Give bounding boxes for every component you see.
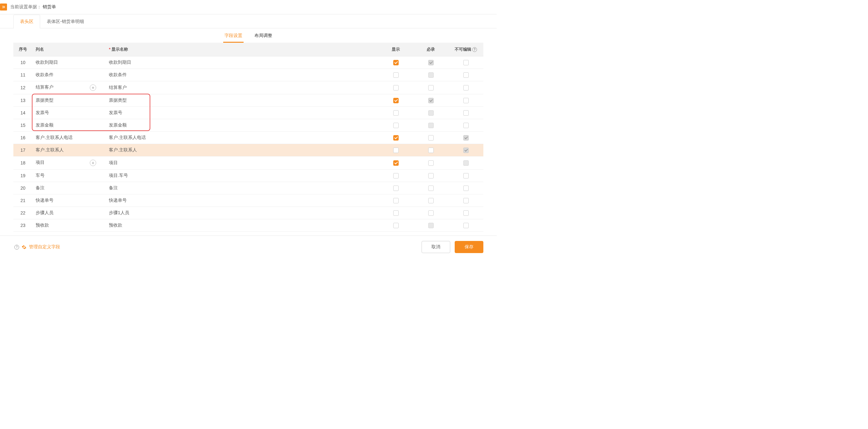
cell-required xyxy=(413,207,448,219)
readonly-checkbox[interactable] xyxy=(463,98,469,103)
cell-required xyxy=(413,107,448,119)
cell-display-name[interactable]: 预收款 xyxy=(106,219,378,232)
cell-show xyxy=(378,132,413,144)
table-row: 12结算客户+结算客户 xyxy=(13,81,483,94)
cell-seq: 19 xyxy=(13,170,32,182)
main-tabs: 表头区 表体区-销货单明细 xyxy=(0,15,497,28)
col-name: 列名 xyxy=(32,43,106,56)
cell-display-name[interactable]: 步骤1人员 xyxy=(106,207,378,219)
cell-required xyxy=(413,182,448,194)
table-row: 19车号项目.车号 xyxy=(13,170,483,182)
manage-custom-fields-link[interactable]: 管理自定义字段 xyxy=(29,244,60,250)
show-checkbox[interactable] xyxy=(393,185,399,191)
table-row: 15发票金额发票金额 xyxy=(13,119,483,132)
table-row: 13票据类型票据类型 xyxy=(13,94,483,107)
show-checkbox[interactable] xyxy=(393,198,399,203)
field-name-text: 项目 xyxy=(36,160,44,165)
add-subfield-button[interactable]: + xyxy=(90,84,96,91)
required-checkbox[interactable] xyxy=(428,160,434,166)
cell-display-name[interactable]: 备注 xyxy=(106,182,378,194)
required-checkbox[interactable] xyxy=(428,198,434,203)
cell-display-name[interactable]: 快递单号 xyxy=(106,194,378,207)
show-checkbox[interactable] xyxy=(393,148,399,153)
show-checkbox[interactable] xyxy=(393,60,399,65)
cell-required xyxy=(413,156,448,170)
cell-display-name[interactable]: 结算客户 xyxy=(106,81,378,94)
table-row: 11收款条件收款条件 xyxy=(13,69,483,81)
show-checkbox[interactable] xyxy=(393,210,399,216)
show-checkbox[interactable] xyxy=(393,123,399,128)
cell-display-name[interactable]: 项目.车号 xyxy=(106,170,378,182)
readonly-checkbox[interactable] xyxy=(463,173,469,178)
cell-show xyxy=(378,194,413,207)
readonly-checkbox[interactable] xyxy=(463,60,469,65)
required-checkbox[interactable] xyxy=(428,135,434,141)
help-icon[interactable]: ? xyxy=(14,245,19,250)
cell-seq: 23 xyxy=(13,219,32,232)
field-name-text: 备注 xyxy=(36,185,44,190)
show-checkbox[interactable] xyxy=(393,98,399,103)
cell-display-name[interactable]: 客户.主联系人电话 xyxy=(106,132,378,144)
field-name-text: 客户.主联系人 xyxy=(36,147,64,152)
show-checkbox[interactable] xyxy=(393,223,399,228)
collapse-button[interactable] xyxy=(0,3,7,10)
cancel-button[interactable]: 取消 xyxy=(422,241,450,253)
show-checkbox[interactable] xyxy=(393,85,399,90)
cell-name: 发票号 xyxy=(32,107,106,119)
table-row: 18项目+项目 xyxy=(13,156,483,170)
required-checkbox[interactable] xyxy=(428,185,434,191)
cell-name: 客户.主联系人电话 xyxy=(32,132,106,144)
readonly-checkbox[interactable] xyxy=(463,185,469,191)
cell-readonly xyxy=(448,194,483,207)
help-icon[interactable]: ? xyxy=(472,47,477,52)
readonly-checkbox[interactable] xyxy=(463,85,469,90)
cell-display-name[interactable]: 项目 xyxy=(106,156,378,170)
cell-seq: 13 xyxy=(13,94,32,107)
cell-name: 收款到期日 xyxy=(32,56,106,69)
cell-seq: 12 xyxy=(13,81,32,94)
subtab-layout[interactable]: 布局调整 xyxy=(253,33,274,43)
cell-display-name[interactable]: 收款到期日 xyxy=(106,56,378,69)
add-subfield-button[interactable]: + xyxy=(90,160,96,166)
cell-display-name[interactable]: 客户.主联系人 xyxy=(106,144,378,156)
required-checkbox[interactable] xyxy=(428,85,434,90)
show-checkbox[interactable] xyxy=(393,110,399,116)
required-checkbox[interactable] xyxy=(428,173,434,178)
cell-show xyxy=(378,107,413,119)
cell-seq: 10 xyxy=(13,56,32,69)
tab-header-area[interactable]: 表头区 xyxy=(13,15,40,28)
field-name-text: 收款条件 xyxy=(36,72,54,77)
page-root: 当前设置单据： 销货单 表头区 表体区-销货单明细 字段设置 布局调整 序号 列… xyxy=(0,0,497,258)
readonly-checkbox[interactable] xyxy=(463,210,469,216)
cell-seq: 15 xyxy=(13,119,32,132)
footer: ? 管理自定义字段 取消 保存 xyxy=(0,235,497,258)
save-button[interactable]: 保存 xyxy=(455,241,483,253)
readonly-checkbox[interactable] xyxy=(463,73,469,78)
gear-icon xyxy=(22,245,26,250)
readonly-checkbox[interactable] xyxy=(463,110,469,116)
show-checkbox[interactable] xyxy=(393,135,399,141)
readonly-checkbox[interactable] xyxy=(463,123,469,128)
cell-display-name[interactable]: 发票号 xyxy=(106,107,378,119)
required-checkbox[interactable] xyxy=(428,210,434,216)
cell-display-name[interactable]: 票据类型 xyxy=(106,94,378,107)
footer-right: 取消 保存 xyxy=(422,241,483,253)
cell-name: 项目+ xyxy=(32,156,106,170)
cell-required xyxy=(413,94,448,107)
tab-body-area[interactable]: 表体区-销货单明细 xyxy=(40,15,91,28)
cell-name: 结算客户+ xyxy=(32,81,106,94)
show-checkbox[interactable] xyxy=(393,173,399,178)
readonly-checkbox[interactable] xyxy=(463,198,469,203)
field-name-text: 车号 xyxy=(36,173,44,178)
readonly-checkbox[interactable] xyxy=(463,223,469,228)
subtab-field-settings[interactable]: 字段设置 xyxy=(223,33,244,43)
table-row: 14发票号发票号 xyxy=(13,107,483,119)
cell-display-name[interactable]: 发票金额 xyxy=(106,119,378,132)
show-checkbox[interactable] xyxy=(393,160,399,166)
show-checkbox[interactable] xyxy=(393,73,399,78)
cell-display-name[interactable]: 收款条件 xyxy=(106,69,378,81)
cell-name: 预收款 xyxy=(32,219,106,232)
required-checkbox[interactable] xyxy=(428,148,434,153)
table-row: 21快递单号快递单号 xyxy=(13,194,483,207)
table-row: 20备注备注 xyxy=(13,182,483,194)
